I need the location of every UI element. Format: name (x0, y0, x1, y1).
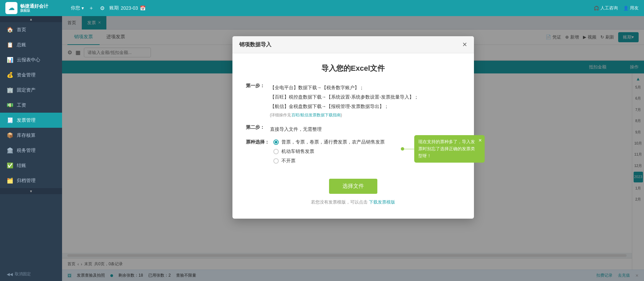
salary-icon: 💵 (7, 102, 13, 108)
radio-wrapper-normal: 普票，专票，卷票，通行费发票，农产品销售发票 现在支持的票 (273, 139, 385, 145)
sidebar-item-inventory[interactable]: 📦 库存核算 (0, 128, 62, 143)
tooltip-container: 现在支持的票种多了，导入发票时别忘了选择正确的发票类型呀！ ✕ (401, 135, 485, 163)
tooltip-close-btn[interactable]: ✕ (478, 137, 482, 144)
select-file-button[interactable]: 选择文件 (329, 179, 377, 194)
step1-line1: 【全电平台】数据下载→【税务数字账户】； (270, 83, 419, 92)
logo-sub: 旗舰版 (20, 9, 48, 13)
import-title: 导入您的Excel文件 (246, 63, 461, 73)
sidebar-item-salary[interactable]: 💵 工资 (0, 98, 62, 113)
header-company[interactable]: 你您 ▾ (71, 5, 84, 11)
user-icon: 👤 (623, 6, 629, 11)
step1-content: 【全电平台】数据下载→【税务数字账户】； 【百旺】税控盘数据下载→【系统设置-系… (270, 83, 419, 119)
add-button[interactable]: ＋ (87, 3, 95, 13)
template-hint-text: 若您没有发票模版，可以点击 (311, 200, 368, 205)
calendar-icon[interactable]: 📅 (140, 5, 146, 11)
logo-main: 畅捷通好会计 (20, 3, 48, 9)
inventory-icon: 📦 (7, 132, 13, 138)
content-area: 首页 发票 ✕ 销项发票 进项发票 (62, 16, 644, 281)
sidebar-item-ledger[interactable]: 📋 总账 (0, 37, 62, 52)
fund-icon: 💰 (7, 72, 13, 78)
step1-line3: 【航信】金税盘数据下载→【报税管理-发票数据导出】； (270, 102, 419, 111)
tooltip-text: 现在支持的票种多了，导入发票时别忘了选择正确的发票类型呀！ (418, 139, 475, 158)
sidebar-label-ledger: 总账 (17, 42, 26, 48)
archive-icon: 🗂️ (7, 177, 13, 184)
sidebar-label-archive: 归档管理 (17, 178, 36, 184)
step1-guide-link[interactable]: 百旺/航信发票数据下载指南 (291, 113, 341, 117)
sidebar-label-report: 云报表中心 (17, 57, 40, 63)
settings-button[interactable]: ⚙ (99, 4, 106, 13)
sidebar-item-tax[interactable]: 🏛️ 税务管理 (0, 143, 62, 158)
user-btn[interactable]: 👤 用友 (623, 5, 639, 11)
main-layout: ▲ 🏠 首页 📋 总账 📊 云报表中心 💰 资金管理 🏢 固定资产 (0, 16, 644, 281)
sidebar-label-fund: 资金管理 (17, 72, 36, 78)
modal-close-button[interactable]: ✕ (462, 41, 467, 48)
sidebar-footer[interactable]: ◀◀ 取消固定 (0, 267, 62, 281)
ticket-select-label: 票种选择： (246, 139, 269, 145)
sidebar-item-report[interactable]: 📊 云报表中心 (0, 52, 62, 67)
sidebar-label-invoice: 发票管理 (17, 117, 36, 123)
logo-text: 畅捷通好会计 旗舰版 (20, 3, 48, 13)
consulting-btn[interactable]: 🎧 人工咨询 (594, 5, 618, 11)
radio-circle-motor[interactable] (273, 149, 279, 154)
top-header: ☁ 畅捷通好会计 旗舰版 你您 ▾ ＋ ⚙ 账期 2023-03 📅 🎧 人工咨… (0, 0, 644, 16)
tooltip-line (404, 149, 414, 149)
pin-icon: ◀◀ (7, 272, 13, 277)
ledger-icon: 📋 (7, 42, 13, 48)
settlement-icon: ✅ (7, 162, 13, 169)
radio-motor[interactable]: 机动车销售发票 (273, 149, 385, 155)
sidebar: ▲ 🏠 首页 📋 总账 📊 云报表中心 💰 资金管理 🏢 固定资产 (0, 16, 62, 281)
logo-icon: ☁ (5, 2, 17, 14)
modal-overlay: 销项数据导入 ✕ 导入您的Excel文件 第一步： 【全电平台】数据下载→【税务… (62, 16, 644, 281)
sidebar-label-home: 首页 (17, 27, 26, 33)
dropdown-icon[interactable]: ▾ (82, 5, 84, 11)
step2-content: 直接导入文件，无需整理 (270, 124, 322, 134)
radio-group: 普票，专票，卷票，通行费发票，农产品销售发票 现在支持的票 (273, 139, 385, 164)
tax-icon: 🏛️ (7, 147, 13, 154)
sidebar-label-tax: 税务管理 (17, 148, 36, 154)
step1-hint: (详细操作见百旺/航信发票数据下载指南) (270, 111, 419, 119)
step1-row: 第一步： 【全电平台】数据下载→【税务数字账户】； 【百旺】税控盘数据下载→【系… (246, 83, 461, 119)
sidebar-label-salary: 工资 (17, 102, 26, 108)
sidebar-item-settlement[interactable]: ✅ 结账 (0, 158, 62, 173)
template-hint: 若您没有发票模版，可以点击 下载发票模版 (246, 199, 461, 205)
invoice-icon: 🧾 (7, 117, 13, 123)
asset-icon: 🏢 (7, 87, 13, 93)
ticket-select-row: 票种选择： 普票，专票，卷票，通行费发票，农产品销售发票 (246, 139, 461, 172)
download-template-link[interactable]: 下载发票模版 (369, 200, 395, 205)
consulting-label: 人工咨询 (600, 5, 618, 11)
user-label: 用友 (630, 5, 639, 11)
radio-dot-normal (275, 141, 277, 144)
sidebar-item-archive[interactable]: 🗂️ 归档管理 (0, 173, 62, 188)
logo-area: ☁ 畅捷通好会计 旗舰版 (5, 2, 67, 14)
radio-label-no-ticket: 不开票 (281, 158, 296, 164)
period-label: 账期 (109, 5, 119, 11)
radio-label-normal: 普票，专票，卷票，通行费发票，农产品销售发票 (281, 139, 385, 145)
radio-no-ticket[interactable]: 不开票 (273, 158, 385, 164)
sidebar-item-home[interactable]: 🏠 首页 (0, 22, 62, 37)
step2-row: 第二步： 直接导入文件，无需整理 (246, 124, 461, 134)
sidebar-label-asset: 固定资产 (17, 87, 36, 93)
sidebar-scroll-down[interactable]: ▼ (0, 188, 62, 194)
report-icon: 📊 (7, 57, 13, 63)
modal-title: 销项数据导入 (239, 41, 271, 48)
modal-header: 销项数据导入 ✕ (232, 36, 474, 53)
company-name: 你您 (71, 5, 80, 11)
sidebar-item-invoice[interactable]: 🧾 发票管理 (0, 113, 62, 128)
header-right: 🎧 人工咨询 👤 用友 (594, 5, 639, 11)
tooltip-dot (401, 147, 404, 151)
radio-circle-normal[interactable] (273, 139, 279, 145)
sidebar-scroll-up[interactable]: ▲ (0, 16, 62, 22)
step1-label: 第一步： (246, 83, 266, 119)
step1-line2: 【百旺】税控盘数据下载→【系统设置-系统参数设置-发票批量导入】； (270, 92, 419, 102)
modal-body: 导入您的Excel文件 第一步： 【全电平台】数据下载→【税务数字账户】； 【百… (232, 53, 474, 209)
period-value: 2023-03 (121, 5, 138, 11)
radio-circle-no-ticket[interactable] (273, 158, 279, 164)
radio-normal[interactable]: 普票，专票，卷票，通行费发票，农产品销售发票 (273, 139, 385, 145)
header-period: 账期 2023-03 📅 (109, 5, 146, 11)
tooltip-bubble: 现在支持的票种多了，导入发票时别忘了选择正确的发票类型呀！ ✕ (414, 135, 485, 163)
sidebar-footer-label: 取消固定 (15, 271, 31, 277)
sidebar-item-asset[interactable]: 🏢 固定资产 (0, 82, 62, 98)
sidebar-label-settlement: 结账 (17, 163, 26, 169)
sidebar-item-fund[interactable]: 💰 资金管理 (0, 67, 62, 82)
home-icon: 🏠 (7, 26, 13, 33)
